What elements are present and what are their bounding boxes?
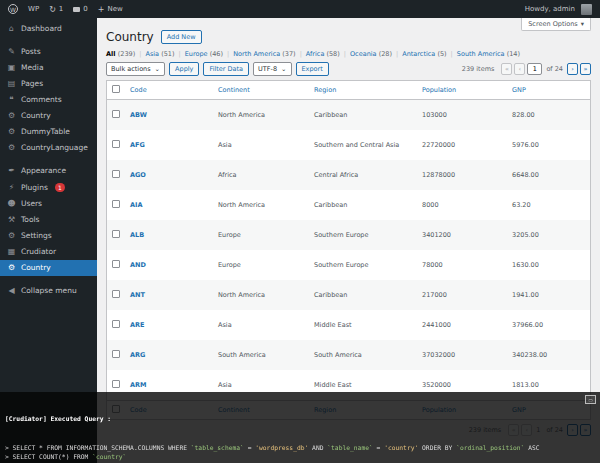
row-checkbox[interactable] (112, 110, 120, 118)
apply-button[interactable]: Apply (169, 62, 199, 76)
next-page-button[interactable]: › (567, 63, 578, 75)
code-link[interactable]: ANT (130, 291, 145, 299)
sidebar-item-countrylanguage[interactable]: ⚙CountryLanguage (0, 140, 97, 156)
row-checkbox[interactable] (112, 260, 120, 268)
generic-gear-icon: ⚙ (7, 144, 16, 152)
table-row: AREAsiaMiddle East244100037966.00 (107, 310, 591, 340)
code-link[interactable]: ALB (130, 231, 144, 239)
table-header: CodeContinentRegionPopulationGNP (107, 81, 591, 100)
my-account-menu[interactable]: Howdy, admin (525, 4, 592, 15)
filter-link-south-america[interactable]: South America (14) (457, 50, 520, 58)
sidebar-item-country[interactable]: ⚙Country (0, 260, 97, 276)
export-button[interactable]: Export (296, 62, 329, 76)
row-checkbox[interactable] (112, 200, 120, 208)
filter-link-antarctica[interactable]: Antarctica (5) (402, 50, 446, 58)
continent-cell: North America (213, 280, 309, 310)
filter-link-north-america[interactable]: North America (37) (233, 50, 295, 58)
sidebar-item-plugins[interactable]: ⚡Plugins1 (0, 179, 97, 196)
code-link[interactable]: AIA (130, 201, 142, 209)
column-header-continent[interactable]: Continent (213, 81, 309, 100)
sidebar-item-settings[interactable]: ⚙Settings (0, 228, 97, 244)
updates-count: 1 (59, 5, 63, 13)
code-link[interactable]: AFG (130, 141, 145, 149)
filter-link-europe[interactable]: Europe (46) (185, 50, 223, 58)
column-header-region[interactable]: Region (309, 81, 417, 100)
row-checkbox[interactable] (112, 170, 120, 178)
chevron-down-icon: ▾ (581, 20, 584, 28)
site-name-menu[interactable]: WP (28, 5, 39, 13)
table-row: ALBEuropeSouthern Europe34012003205.00 (107, 220, 591, 250)
pages-icon: ▤ (7, 80, 16, 88)
filter-link-asia[interactable]: Asia (51) (145, 50, 174, 58)
add-new-button[interactable]: Add New (161, 30, 202, 44)
screen-options-button[interactable]: Screen Options ▾ (521, 18, 591, 31)
column-header-gnp[interactable]: GNP (507, 81, 591, 100)
row-checkbox-cell (107, 220, 126, 250)
console-collapse-button[interactable]: ▭ (585, 395, 596, 404)
sidebar-item-pages[interactable]: ▤Pages (0, 76, 97, 92)
collapse-icon: ◀ (7, 287, 16, 295)
row-checkbox[interactable] (112, 140, 120, 148)
comments-menu[interactable]: 0 (73, 5, 87, 13)
region-cell: Southern Europe (309, 220, 417, 250)
filter-link-oceania[interactable]: Oceania (28) (350, 50, 392, 58)
column-header-code[interactable]: Code (125, 81, 213, 100)
first-page-button[interactable]: « (501, 63, 512, 75)
row-checkbox[interactable] (112, 350, 120, 358)
total-pages-label: of 24 (546, 65, 563, 73)
debug-console: [Crudiator] Executed Query : > SELECT * … (0, 392, 600, 463)
generic-gear-icon: ⚙ (7, 112, 16, 120)
row-checkbox[interactable] (112, 290, 120, 298)
new-content-menu[interactable]: + New (98, 5, 123, 14)
sidebar-item-label: Country (21, 112, 51, 120)
bulk-actions-select[interactable]: Bulk actions ⌄ (106, 62, 165, 76)
filter-link-all[interactable]: All (239) (106, 50, 135, 58)
sidebar-item-tools[interactable]: ⚒Tools (0, 212, 97, 228)
sidebar-item-label: Collapse menu (21, 287, 77, 295)
sidebar-item-label: Dashboard (21, 25, 62, 33)
select-all-checkbox[interactable] (112, 85, 120, 93)
row-checkbox-cell (107, 280, 126, 310)
row-checkbox[interactable] (112, 380, 120, 388)
sidebar-item-appearance[interactable]: ✒Appearance (0, 163, 97, 179)
prev-page-button[interactable]: ‹ (514, 63, 525, 75)
separator: | (178, 50, 180, 58)
population-cell: 8000 (417, 190, 507, 220)
sidebar-item-posts[interactable]: ✎Posts (0, 44, 97, 60)
encoding-select[interactable]: UTF-8 ⌄ (253, 62, 291, 76)
separator: | (227, 50, 229, 58)
sidebar-item-media[interactable]: ▣Media (0, 60, 97, 76)
column-header-population[interactable]: Population (417, 81, 507, 100)
sidebar-item-dashboard[interactable]: ⌂Dashboard (0, 21, 97, 37)
code-link[interactable]: AND (130, 261, 146, 269)
sidebar-item-country[interactable]: ⚙Country (0, 108, 97, 124)
population-cell: 103000 (417, 100, 507, 131)
sidebar-item-comments[interactable]: ❝Comments (0, 92, 97, 108)
current-page-input[interactable] (527, 63, 542, 75)
sidebar-item-collapse-menu[interactable]: ◀Collapse menu (0, 283, 97, 299)
sidebar-item-label: Comments (21, 96, 62, 104)
code-link[interactable]: ARM (130, 381, 147, 389)
gnp-cell: 828.00 (507, 100, 591, 131)
appearance-icon: ✒ (7, 167, 16, 175)
comments-icon: ❝ (7, 96, 16, 104)
filter-link-africa[interactable]: Africa (58) (306, 50, 340, 58)
code-link[interactable]: ABW (130, 111, 147, 119)
gnp-cell: 6648.00 (507, 160, 591, 190)
sidebar-item-crudiator[interactable]: ▦Crudiator (0, 244, 97, 260)
filter-item: All (239)| (106, 50, 141, 58)
row-checkbox[interactable] (112, 320, 120, 328)
updates-menu[interactable]: ↻ 1 (49, 5, 63, 14)
continent-cell: North America (213, 100, 309, 131)
filter-data-button[interactable]: Filter Data (203, 62, 249, 76)
sidebar-item-users[interactable]: ☻Users (0, 196, 97, 212)
code-link[interactable]: ARE (130, 321, 144, 329)
last-page-button[interactable]: » (580, 63, 591, 75)
code-link[interactable]: ARG (130, 351, 145, 359)
sidebar-item-dummytable[interactable]: ⚙DummyTable (0, 124, 97, 140)
code-cell: ARG (125, 340, 213, 370)
wp-logo-menu[interactable]: W (8, 4, 18, 14)
continent-cell: Asia (213, 310, 309, 340)
row-checkbox[interactable] (112, 230, 120, 238)
code-link[interactable]: AGO (130, 171, 146, 179)
